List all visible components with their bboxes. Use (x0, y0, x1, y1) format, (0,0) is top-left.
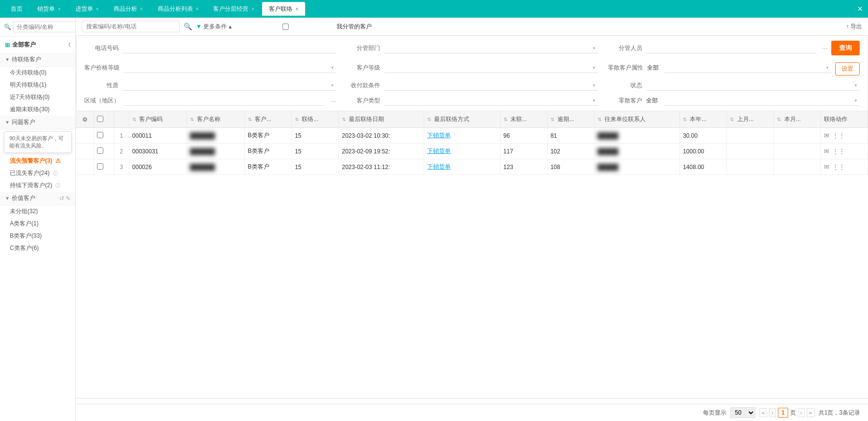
col-gear[interactable]: ⚙ (76, 111, 94, 128)
row-gear[interactable] (76, 159, 94, 175)
col-no-contact[interactable]: 未联... (500, 111, 547, 128)
filter-payment-select[interactable] (384, 80, 598, 91)
query-button[interactable]: 查询 (831, 41, 860, 55)
col-customer-type[interactable]: 客户... (244, 111, 291, 128)
select-all-checkbox[interactable] (97, 116, 103, 122)
tab-home[interactable]: 首页 (4, 2, 29, 16)
row-gear[interactable] (76, 144, 94, 159)
tab-analysis-list[interactable]: 商品分析列表 × (151, 2, 206, 16)
row-last-contact-method[interactable]: 下销货单 (424, 128, 500, 144)
sidebar-item-today[interactable]: 今天待联络(0) (0, 67, 75, 79)
tab-customer-segment-close[interactable]: × (251, 6, 254, 12)
search-button[interactable]: 🔍 (184, 23, 192, 30)
filter-manager-input[interactable] (646, 43, 816, 53)
table-header-row: ⚙ 客户编码 客户名称 客户... 联络... (76, 111, 868, 128)
sidebar-item-churned[interactable]: 已流失客户(24) ⓘ (0, 167, 75, 179)
filter-status-select[interactable] (646, 80, 860, 91)
filter-zero-customer-select[interactable] (664, 96, 860, 106)
col-name[interactable]: 客户名称 (187, 111, 244, 128)
sidebar-item-type-b[interactable]: B类客户(33) (0, 230, 75, 242)
col-last-month[interactable]: 上月... (727, 111, 774, 128)
sidebar-item-type-c[interactable]: C类客户(6) (0, 242, 75, 254)
tab-analysis-close[interactable]: × (140, 6, 143, 12)
filter-manager-more[interactable]: ··· (821, 44, 827, 52)
sidebar-item-tomorrow[interactable]: 明天待联络(1) (0, 79, 75, 91)
export-button[interactable]: ↑ 导出 (846, 23, 862, 31)
search-input[interactable] (82, 21, 180, 32)
more-action-icon[interactable]: ⋮⋮ (832, 148, 845, 155)
my-customers-check[interactable] (237, 24, 335, 30)
my-customers-checkbox[interactable]: 我分管的客户 (237, 23, 372, 31)
row-last-contact-method[interactable]: 下销货单 (424, 159, 500, 175)
last-page-button[interactable]: » (807, 408, 815, 417)
page-size-select[interactable]: 50 100 (730, 407, 755, 418)
sidebar-item-overdue[interactable]: 逾期未联络(30) (0, 103, 75, 116)
refresh-icon[interactable]: ↺ (59, 195, 64, 202)
next-page-button[interactable]: › (798, 408, 805, 417)
tab-purchase-close[interactable]: × (96, 6, 99, 12)
settings-button[interactable]: 设置 (835, 62, 860, 75)
filter-toggle[interactable]: ▼ 更多条件 ▲ (196, 23, 233, 31)
content-area: 🔍 ▼ 更多条件 ▲ 我分管的客户 ↑ 导出 电话号码 分管部 (76, 18, 868, 421)
filter-dept-select[interactable] (384, 43, 598, 53)
window-close-button[interactable]: ✕ (857, 5, 863, 13)
filter-phone-input[interactable] (122, 43, 336, 53)
filter-area-input[interactable] (123, 96, 325, 106)
filter-customer-level-wrapper (384, 63, 598, 73)
row-name: ██████ (187, 128, 244, 144)
contact-action-icon[interactable]: ✉ (824, 163, 829, 171)
sidebar-group-value-header[interactable]: ▼ 价值客户 ↺ ✎ (0, 192, 75, 205)
prev-page-button[interactable]: ‹ (769, 408, 776, 417)
filter-gender-select[interactable] (122, 80, 336, 91)
sidebar-item-unsorted[interactable]: 未分组(32) (0, 205, 75, 218)
col-code[interactable]: 客户编码 (129, 111, 187, 128)
tab-customer-contact[interactable]: 客户联络 × (262, 2, 305, 16)
row-customer-type: B类客户 (244, 159, 291, 175)
tab-analysis-list-close[interactable]: × (196, 6, 199, 12)
all-customers-header[interactable]: ⊞ 全部客户 《 (0, 37, 75, 53)
tab-sales[interactable]: 销货单 × (30, 2, 68, 16)
more-action-icon[interactable]: ⋮⋮ (832, 163, 845, 171)
filter-row-customer-level: 客户等级 (346, 60, 598, 75)
tab-sales-close[interactable]: × (58, 6, 61, 12)
filter-price-level-select[interactable] (123, 63, 336, 73)
scrollbar-area[interactable] (76, 398, 868, 404)
col-overdue[interactable]: 逾期... (547, 111, 594, 128)
contact-action-icon[interactable]: ✉ (824, 148, 829, 155)
sidebar-item-churn-risk[interactable]: 流失预警客户(3) ⚠ (0, 155, 75, 167)
col-unit-contact[interactable]: 往来单位联系人 (594, 111, 679, 128)
row-check-2[interactable] (97, 163, 103, 170)
tab-customer-segment[interactable]: 客户分层经营 × (206, 2, 261, 16)
row-checkbox[interactable] (94, 128, 114, 144)
export-icon: ↑ (846, 23, 849, 30)
sidebar-item-week[interactable]: 近7天待联络(0) (0, 91, 75, 103)
tab-analysis[interactable]: 商品分析 × (107, 2, 150, 16)
contact-action-icon[interactable]: ✉ (824, 132, 829, 139)
row-check-0[interactable] (97, 132, 103, 138)
filter-area-more[interactable]: ··· (331, 97, 337, 105)
tab-customer-contact-close[interactable]: × (295, 6, 298, 12)
col-last-contact-date[interactable]: 最后联络日期 (339, 111, 424, 128)
filter-customer-level-select[interactable] (384, 63, 598, 73)
col-contact[interactable]: 联络... (291, 111, 338, 128)
sidebar-search-input[interactable] (13, 22, 76, 32)
sidebar-item-continuous-drop[interactable]: 持续下滑客户(2) ⓘ (0, 179, 75, 192)
row-checkbox[interactable] (94, 159, 114, 175)
sidebar-item-type-a[interactable]: A类客户(1) (0, 218, 75, 230)
col-last-contact-method[interactable]: 最后联络方式 (424, 111, 500, 128)
row-last-contact-method[interactable]: 下销货单 (424, 144, 500, 159)
edit-icon[interactable]: ✎ (66, 195, 71, 202)
sidebar-group-pending-header[interactable]: ▼ 待联络客户 (0, 53, 75, 67)
tab-purchase[interactable]: 进货单 × (69, 2, 106, 16)
sidebar-group-churn-header[interactable]: ▼ 问题客户 (0, 116, 75, 129)
row-check-1[interactable] (97, 148, 103, 154)
filter-zero-attr-select[interactable] (665, 63, 831, 73)
col-checkbox-header[interactable] (94, 111, 114, 128)
first-page-button[interactable]: « (759, 408, 767, 417)
row-gear[interactable] (76, 128, 94, 144)
filter-customer-type-select[interactable] (384, 96, 598, 106)
row-checkbox[interactable] (94, 144, 114, 159)
more-action-icon[interactable]: ⋮⋮ (832, 132, 845, 139)
col-this-year[interactable]: 本年... (680, 111, 727, 128)
col-this-month[interactable]: 本月... (774, 111, 821, 128)
